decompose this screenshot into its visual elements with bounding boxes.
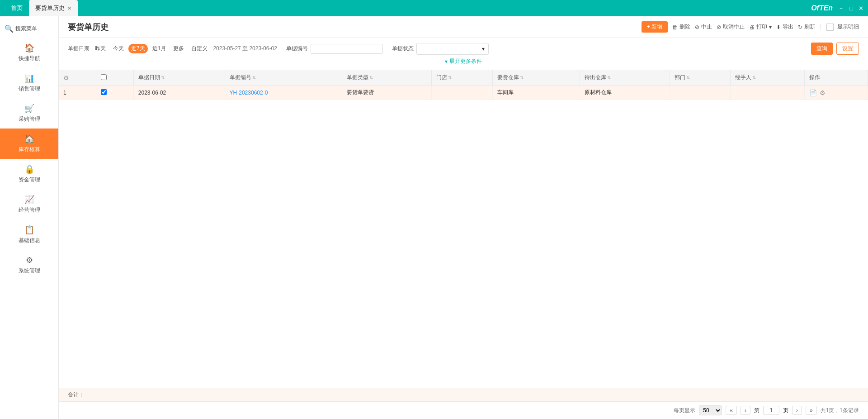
every-page-label: 每页显示 [674, 407, 695, 414]
table-row[interactable]: 1 2023-06-02 YH-20230602-0 要货单要货 车间库 原材料… [59, 86, 868, 100]
th-actions: 操作 [805, 70, 868, 86]
tab-close-icon[interactable]: ✕ [67, 5, 71, 11]
query-button[interactable]: 查询 [811, 43, 833, 55]
maximize-button[interactable]: □ [849, 5, 853, 12]
cell-date: 2023-06-02 [133, 86, 225, 100]
last-page-button[interactable]: » [806, 406, 817, 415]
cell-req-warehouse: 车间库 [492, 86, 580, 100]
sidebar-item-system[interactable]: ⚙ 系统管理 [0, 250, 58, 280]
sidebar-item-sales[interactable]: 📊 销售管理 [0, 68, 58, 98]
print-icon: 🖨 [749, 24, 755, 30]
page-header: 要货单历史 + 新增 🗑 删除 ⊘ 中止 ⊘ 取消中止 🖨 打印 [59, 16, 868, 38]
action-buttons-right: 查询 设置 [811, 43, 859, 55]
th-req-warehouse[interactable]: 要货仓库 ⇅ [492, 70, 580, 86]
th-department[interactable]: 部门 ⇅ [670, 70, 731, 86]
th-store[interactable]: 门店 ⇅ [431, 70, 492, 86]
header-actions: + 新增 🗑 删除 ⊘ 中止 ⊘ 取消中止 🖨 打印 ▾ [642, 21, 859, 33]
docno-filter-input[interactable] [311, 44, 383, 54]
cell-checkbox [96, 86, 133, 100]
pagination: 每页显示 20 50 100 « ‹ 第 页 › » 共1页，1条记录 [59, 401, 868, 419]
new-button[interactable]: + 新增 [642, 21, 668, 33]
sidebar-item-purchase[interactable]: 🛒 采购管理 [0, 98, 58, 129]
sidebar-search[interactable]: 🔍 搜索菜单 [0, 20, 58, 38]
sidebar-item-quick-nav[interactable]: 🏠 快捷导航 [0, 38, 58, 68]
sidebar-search-label: 搜索菜单 [15, 25, 37, 33]
sort-icon: ⇅ [448, 75, 452, 80]
settings-button[interactable]: 设置 [836, 43, 859, 55]
page-size-select[interactable]: 20 50 100 [699, 405, 722, 415]
stop-button[interactable]: ⊘ 中止 [695, 23, 712, 31]
refresh-button[interactable]: ↻ 刷新 [798, 23, 815, 31]
date-btn-custom[interactable]: 自定义 [189, 44, 210, 53]
show-detail-checkbox[interactable]: 显示明细 [826, 23, 859, 31]
th-docno[interactable]: 单据编号 ⇅ [225, 70, 342, 86]
inventory-icon: 🏠 [24, 134, 34, 144]
delete-button[interactable]: 🗑 删除 [672, 23, 690, 31]
sidebar-item-basic-info[interactable]: 📋 基础信息 [0, 219, 58, 250]
sidebar-item-label: 经营管理 [19, 206, 40, 214]
top-bar-right: OfTEn － □ ✕ [811, 4, 863, 12]
cancel-stop-icon: ⊘ [717, 24, 721, 30]
sidebar-item-inventory[interactable]: 🏠 库存核算 [0, 129, 58, 159]
divider [821, 24, 821, 30]
tab-home[interactable]: 首页 [5, 0, 29, 16]
th-date[interactable]: 单据日期 ⇅ [133, 70, 225, 86]
summary-label: 合计： [68, 391, 84, 398]
sidebar-item-finance[interactable]: 🔒 资金管理 [0, 159, 58, 189]
operations-icon: 📈 [24, 195, 34, 205]
view-icon[interactable]: 📄 [809, 89, 817, 96]
page-input[interactable] [763, 406, 779, 415]
tab-requisition-history[interactable]: 要货单历史 ✕ [29, 0, 78, 16]
sidebar-item-operations[interactable]: 📈 经营管理 [0, 189, 58, 219]
date-btn-1month[interactable]: 近1月 [150, 44, 169, 53]
docno-filter-group: 单据编号 [286, 44, 383, 54]
cancel-stop-button[interactable]: ⊘ 取消中止 [717, 23, 745, 31]
print-dropdown-icon: ▾ [769, 24, 772, 30]
th-handler[interactable]: 经手人 ⇅ [731, 70, 805, 86]
minimize-button[interactable]: － [838, 4, 844, 12]
next-page-button[interactable]: › [792, 406, 802, 415]
sort-icon: ⇅ [752, 75, 756, 80]
status-filter-select[interactable]: ▾ [416, 43, 489, 55]
sidebar: 🔍 搜索菜单 🏠 快捷导航 📊 销售管理 🛒 采购管理 🏠 库存核算 🔒 资金管… [0, 16, 59, 419]
cell-actions: 📄 ⚙ [805, 86, 868, 100]
sort-icon: ⇅ [607, 75, 611, 80]
th-checkbox [96, 70, 133, 86]
select-all-checkbox[interactable] [101, 74, 107, 80]
filter-row: 单据日期 昨天 今天 近7天 近1月 更多 自定义 2023-05-27 至 2… [68, 43, 859, 55]
stop-icon: ⊘ [695, 24, 699, 30]
first-page-button[interactable]: « [726, 406, 737, 415]
search-icon: 🔍 [5, 24, 14, 33]
page-unit: 页 [783, 407, 788, 414]
row-checkbox[interactable] [101, 89, 107, 95]
prev-page-button[interactable]: ‹ [741, 406, 750, 415]
sidebar-item-label: 采购管理 [19, 115, 40, 123]
date-filter-buttons: 昨天 今天 近7天 近1月 更多 自定义 [92, 44, 210, 53]
date-filter-label: 单据日期 [68, 45, 90, 52]
docno-link[interactable]: YH-20230602-0 [230, 90, 268, 96]
th-pending-warehouse[interactable]: 待出仓库 ⇅ [580, 70, 670, 86]
date-btn-yesterday[interactable]: 昨天 [92, 44, 108, 53]
sidebar-item-label: 销售管理 [19, 85, 40, 93]
total-info: 共1页，1条记录 [821, 407, 859, 414]
gear-icon: ⚙ [26, 255, 33, 265]
close-button[interactable]: ✕ [859, 5, 863, 12]
print-button[interactable]: 🖨 打印 ▾ [749, 23, 772, 31]
sort-icon: ⇅ [161, 75, 165, 80]
sidebar-item-label: 系统管理 [19, 267, 40, 275]
page-title: 要货单历史 [68, 22, 108, 33]
expand-icon: ▾ [445, 58, 448, 65]
table-settings-icon[interactable]: ⚙ [63, 74, 69, 81]
tab-bar: 首页 要货单历史 ✕ [5, 0, 78, 16]
data-table: ⚙ 单据日期 ⇅ 单据编号 [59, 70, 868, 100]
th-index: ⚙ [59, 70, 96, 86]
cart-icon: 🛒 [24, 104, 34, 114]
th-doctype[interactable]: 单据类型 ⇅ [342, 70, 431, 86]
expand-more-button[interactable]: ▾ 展开更多条件 [68, 57, 859, 65]
date-btn-today[interactable]: 今天 [110, 44, 127, 53]
date-filter-group: 单据日期 昨天 今天 近7天 近1月 更多 自定义 2023-05-27 至 2… [68, 44, 277, 53]
date-btn-more[interactable]: 更多 [170, 44, 187, 53]
date-btn-7days[interactable]: 近7天 [128, 44, 148, 53]
edit-icon[interactable]: ⚙ [820, 89, 826, 96]
export-button[interactable]: ⬇ 导出 [776, 23, 793, 31]
